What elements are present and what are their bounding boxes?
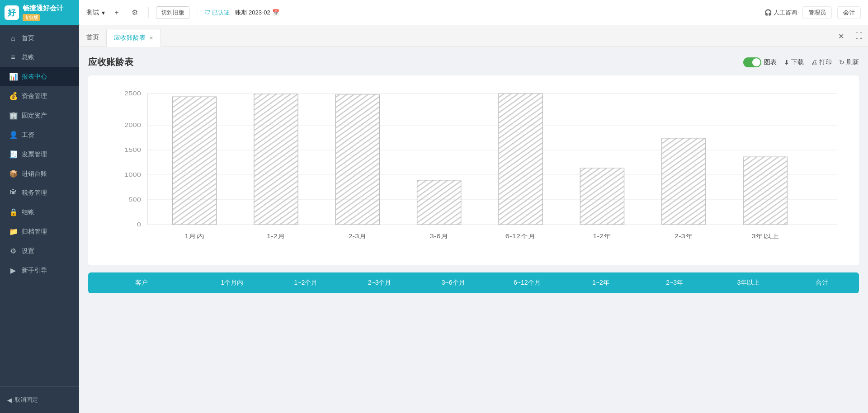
settings-icon: ⚙ [9,247,17,255]
svg-text:2-3月: 2-3月 [348,233,367,239]
sidebar-bottom: ◀ 取消固定 [0,386,79,413]
svg-text:2000: 2000 [124,122,141,128]
sidebar-label-salary: 工资 [22,131,34,139]
company-selector[interactable]: 测试 ▾ [86,9,105,17]
invoice-icon: 🧾 [9,150,17,159]
assets-icon: 🏢 [9,111,17,120]
close-window-button[interactable]: ✕ [832,25,850,47]
download-label: 下载 [791,58,804,66]
download-icon: ⬇ [784,59,789,66]
sidebar-item-reports[interactable]: 📊报表中心 [0,67,79,86]
cancel-fixed-label: 取消固定 [14,396,38,404]
bar-2-3年 [662,138,706,225]
sidebar-item-home[interactable]: ⌂首页 [0,29,79,48]
app-edition: 专业版 [23,14,40,21]
svg-text:2-3年: 2-3年 [675,233,693,239]
sidebar-label-closing: 结账 [22,208,34,216]
home-icon: ⌂ [9,34,17,42]
sidebar-item-archive[interactable]: 📁归档管理 [0,222,79,241]
bar-2-3月 [335,94,379,225]
sidebar-item-funds[interactable]: 💰资金管理 [0,86,79,106]
sidebar-label-settings: 设置 [22,247,34,255]
manager-label: 管理员 [808,9,826,16]
bar-1-2年 [580,168,624,225]
settings-button[interactable]: ⚙ [128,6,141,19]
consult-label: 人工咨询 [774,9,797,17]
page-actions: 图表 ⬇ 下载 🖨 打印 ↻ 刷新 [743,57,859,67]
svg-text:1-2年: 1-2年 [593,233,611,239]
refresh-button[interactable]: ↻ 刷新 [839,58,859,66]
sidebar-item-tax[interactable]: 🏛税务管理 [0,183,79,202]
sidebar-label-assets: 固定资产 [22,112,47,120]
sidebar-item-salary[interactable]: 👤工资 [0,125,79,145]
sidebar-label-archive: 归档管理 [22,228,47,236]
svg-text:3年以上: 3年以上 [751,233,779,239]
consult-button[interactable]: 🎧 人工咨询 [764,9,797,17]
sidebar-item-ledger[interactable]: ≡总账 [0,48,79,67]
page-title: 应收账龄表 [88,56,133,68]
plus-icon: + [114,9,118,17]
table-header-cell-4: 3~6个月 [416,272,490,293]
sidebar-item-inventory[interactable]: 📦进销台账 [0,164,79,183]
certified-badge: 🛡 已认证 [204,9,230,17]
table-header-cell-1: 1个月内 [195,272,269,293]
refresh-icon: ↻ [839,59,844,66]
svg-text:1500: 1500 [124,147,141,153]
sidebar-label-funds: 资金管理 [22,92,47,100]
pin-icon: ◀ [7,397,12,404]
topbar: 测试 ▾ + ⚙ 切到旧版 🛡 已认证 账期 2023-02 📅 🎧 人工咨询 [79,0,868,25]
toggle-label: 图表 [764,58,777,66]
tabbar: 首页 应收账龄表 ✕ ✕ ⛶ [79,25,868,47]
inventory-icon: 📦 [9,169,17,178]
certified-label: 已认证 [212,9,230,17]
sidebar-item-settings[interactable]: ⚙设置 [0,241,79,261]
period-value: 2023-02 [249,9,270,16]
sidebar-label-tax: 税务管理 [22,189,47,197]
app-name-block: 畅捷通好会计 专业版 [23,4,63,21]
sidebar-label-ledger: 总账 [22,53,34,61]
tab-home[interactable]: 首页 [79,28,106,47]
sidebar-item-guide[interactable]: ▶新手引导 [0,261,79,280]
tab-home-label: 首页 [86,33,99,42]
toggle-switch[interactable] [743,57,761,67]
sidebar: 好 畅捷通好会计 专业版 ⌂首页≡总账📊报表中心💰资金管理🏢固定资产👤工资🧾发票… [0,0,79,413]
topbar-right: 🎧 人工咨询 管理员 会计 [764,6,861,19]
app-name: 畅捷通好会计 [23,4,63,13]
main-area: 测试 ▾ + ⚙ 切到旧版 🛡 已认证 账期 2023-02 📅 🎧 人工咨询 [79,0,868,413]
print-button[interactable]: 🖨 打印 [811,58,832,66]
bar-1-2月 [254,94,298,225]
bar-1月内 [173,97,217,225]
company-name: 测试 [86,9,99,17]
sidebar-item-closing[interactable]: 🔒结账 [0,202,79,222]
window-controls: ✕ ⛶ [832,25,868,47]
svg-text:0: 0 [137,221,141,227]
tab-aging[interactable]: 应收账龄表 ✕ [106,29,161,47]
add-button[interactable]: + [110,6,123,19]
table-header-cell-8: 3年以上 [712,272,785,293]
sidebar-item-assets[interactable]: 🏢固定资产 [0,106,79,125]
sidebar-label-guide: 新手引导 [22,267,47,275]
page-header: 应收账龄表 图表 ⬇ 下载 🖨 打印 ↻ 刷新 [88,56,859,68]
bar-3年以上 [743,157,787,225]
sidebar-item-invoice[interactable]: 🧾发票管理 [0,145,79,164]
sidebar-logo: 好 畅捷通好会计 专业版 [0,0,79,25]
sidebar-label-reports: 报表中心 [22,73,47,81]
manager-button[interactable]: 管理员 [802,6,832,19]
tab-close-icon[interactable]: ✕ [149,35,153,41]
download-button[interactable]: ⬇ 下载 [784,58,804,66]
accountant-button[interactable]: 会计 [837,6,861,19]
old-version-button[interactable]: 切到旧版 [156,6,189,19]
table-header-cell-2: 1~2个月 [269,272,343,293]
chart-toggle[interactable]: 图表 [743,57,777,67]
svg-text:3-6月: 3-6月 [430,233,448,239]
period-display: 账期 2023-02 📅 [235,9,279,17]
expand-window-button[interactable]: ⛶ [850,25,868,47]
cancel-fixed-button[interactable]: ◀ 取消固定 [0,391,79,408]
content-area: 应收账龄表 图表 ⬇ 下载 🖨 打印 ↻ 刷新 [79,47,868,413]
svg-text:1月内: 1月内 [184,233,204,239]
topbar-divider-1 [148,7,149,18]
bar-6-12月 [499,94,542,225]
bar-3-6月 [417,180,461,225]
chart-wrap: 0 500 1000 1500 2000 2500 1月内 [97,84,850,256]
old-version-label: 切到旧版 [161,9,184,16]
